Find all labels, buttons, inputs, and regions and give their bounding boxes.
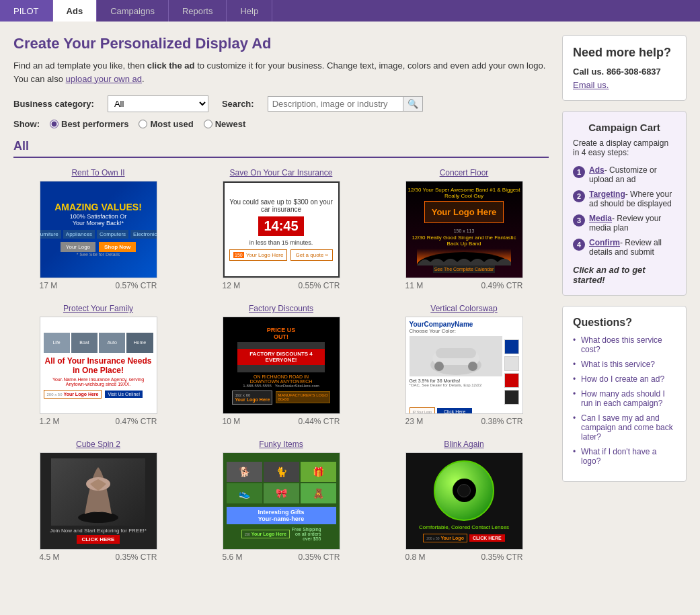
ad-title[interactable]: Protect Your Family xyxy=(63,304,133,313)
show-bar: Show: Best performers Most used Newest xyxy=(13,119,549,129)
ad-card: Protect Your Family Life Boat Auto Home … xyxy=(13,304,183,426)
show-best-option[interactable]: Best performers xyxy=(50,119,128,129)
question-link[interactable]: How do I create an ad? xyxy=(581,374,664,384)
list-item: How do I create an ad? xyxy=(573,374,676,384)
sidebar-email-link[interactable]: Email us. xyxy=(573,80,609,90)
list-item: What if I don't have a logo? xyxy=(573,447,676,466)
search-label: Search: xyxy=(222,99,254,109)
ad-card: Concert Floor 12/30 Your Super Awesome B… xyxy=(379,168,549,290)
question-link[interactable]: How many ads should I run in each campai… xyxy=(581,389,665,408)
question-link[interactable]: What is this service? xyxy=(581,360,655,369)
ad-image[interactable]: Life Boat Auto Home All of Your Insuranc… xyxy=(40,317,157,414)
ad-card: Blink Again Comfortable, Colored Contact… xyxy=(379,440,549,562)
svg-point-4 xyxy=(434,362,444,371)
show-newest-option[interactable]: Newest xyxy=(204,119,246,129)
ad-image[interactable]: Join Now and Start Exploring for FREE!* … xyxy=(40,452,157,550)
search-button[interactable]: 🔍 xyxy=(403,97,422,111)
question-link[interactable]: What if I don't have a logo? xyxy=(581,447,656,466)
top-navigation: PILOT Ads Campaigns Reports Help xyxy=(0,0,700,22)
ad-title[interactable]: Concert Floor xyxy=(440,168,489,177)
sidebar-questions-title: Questions? xyxy=(573,317,676,329)
nav-item-reports[interactable]: Reports xyxy=(169,0,227,22)
ad-image[interactable]: 🐕 🐈 🎁 👟 🎀 🧸 Interesting GiftsYour-name-h… xyxy=(223,452,340,550)
nav-item-help[interactable]: Help xyxy=(227,0,272,22)
svg-rect-3 xyxy=(436,348,476,358)
ad-image[interactable]: YourCompanyName Choose Your Color: Get 3… xyxy=(405,317,523,414)
ad-card: Funky Items 🐕 🐈 🎁 👟 🎀 🧸 Interesting Gift… xyxy=(196,440,366,562)
section-title: All xyxy=(13,139,549,158)
ad-title[interactable]: Cube Spin 2 xyxy=(76,440,120,449)
step-media-link[interactable]: Media xyxy=(589,214,612,223)
ad-stats: 11 M 0.49% CTR xyxy=(405,281,523,290)
ad-stats: 4.5 M 0.35% CTR xyxy=(40,552,157,562)
sidebar-cart-steps: 1 Ads- Customize or upload an ad 2 Targe… xyxy=(573,165,676,257)
show-label: Show: xyxy=(13,119,40,129)
cart-step: 4 Confirm- Review all details and submit xyxy=(573,238,676,257)
search-input[interactable] xyxy=(268,97,403,111)
ad-title[interactable]: Vertical Colorswap xyxy=(430,304,497,313)
ad-stats: 0.8 M 0.35% CTR xyxy=(405,552,523,562)
ad-stats: 10 M 0.44% CTR xyxy=(223,417,340,426)
nav-item-pilot[interactable]: PILOT xyxy=(0,0,53,22)
ad-card: Save On Your Car Insurance You could sav… xyxy=(196,168,366,290)
svg-point-5 xyxy=(468,362,477,371)
ad-title[interactable]: Save On Your Car Insurance xyxy=(230,168,333,177)
show-most-option[interactable]: Most used xyxy=(139,119,193,129)
nav-item-ads[interactable]: Ads xyxy=(53,0,98,22)
svg-point-6 xyxy=(78,512,118,523)
ad-card: Vertical Colorswap YourCompanyName Choos… xyxy=(379,304,549,426)
ad-stats: 17 M 0.57% CTR xyxy=(40,281,157,290)
list-item: How many ads should I run in each campai… xyxy=(573,389,676,408)
step-targeting-link[interactable]: Targeting xyxy=(589,190,625,199)
cart-step: 3 Media- Review your media plan xyxy=(573,214,676,233)
ad-image[interactable]: Comfortable, Colored Contact Lenses 200 … xyxy=(405,452,523,550)
step-confirm-link[interactable]: Confirm xyxy=(589,238,620,247)
question-link[interactable]: What does this service cost? xyxy=(581,335,662,354)
sidebar-help-title: Need more help? xyxy=(573,46,676,60)
ad-title[interactable]: Funky Items xyxy=(259,440,303,449)
sidebar-questions-list: What does this service cost? What is thi… xyxy=(573,335,676,466)
sidebar-cart-title: Campaign Cart xyxy=(573,122,676,133)
cart-step: 2 Targeting- Where your ad should be dis… xyxy=(573,190,676,208)
ad-card: Cube Spin 2 Join Now and Start Exploring… xyxy=(13,440,183,562)
category-select[interactable]: All Automotive Finance Entertainment xyxy=(108,95,208,112)
sidebar-phone: Call us. 866-308-6837 xyxy=(573,67,676,77)
upload-link[interactable]: upload your own ad xyxy=(66,74,142,84)
list-item: What is this service? xyxy=(573,360,676,369)
ad-title[interactable]: Rent To Own II xyxy=(71,168,124,177)
list-item: Can I save my ad and campaign and come b… xyxy=(573,413,676,442)
sidebar-questions-panel: Questions? What does this service cost? … xyxy=(562,306,687,482)
filter-bar: Business category: All Automotive Financ… xyxy=(13,95,549,112)
ad-image[interactable]: You could save up to $300 on your car in… xyxy=(223,181,340,278)
ad-title[interactable]: Factory Discounts xyxy=(249,304,313,313)
ad-image[interactable]: AMAZING VALUES! 100% Satisfaction Or You… xyxy=(40,181,157,278)
sidebar-cart-cta: Click an ad to get started! xyxy=(573,265,676,285)
ad-stats: 1.2 M 0.47% CTR xyxy=(40,417,157,426)
ad-image[interactable]: PRICE US OUT! FACTORY DISCOUNTS 4 EVERYO… xyxy=(223,317,340,414)
ad-image[interactable]: 12/30 Your Super Awesome Band #1 & Bigge… xyxy=(405,181,523,278)
question-link[interactable]: Can I save my ad and campaign and come b… xyxy=(581,413,673,442)
ad-card: Rent To Own II AMAZING VALUES! 100% Sati… xyxy=(13,168,183,290)
cart-step: 1 Ads- Customize or upload an ad xyxy=(573,165,676,184)
category-label: Business category: xyxy=(13,99,94,109)
sidebar-help-panel: Need more help? Call us. 866-308-6837 Em… xyxy=(562,35,687,101)
sidebar-email: Email us. xyxy=(573,80,676,90)
ad-card: Factory Discounts PRICE US OUT! FACTORY … xyxy=(196,304,366,426)
ad-stats: 23 M 0.38% CTR xyxy=(405,417,523,426)
ad-stats: 12 M 0.55% CTR xyxy=(223,281,340,290)
page-title: Create Your Personalized Display Ad xyxy=(13,35,549,52)
sidebar-cart-intro: Create a display campaign in 4 easy step… xyxy=(573,138,676,157)
ad-title[interactable]: Blink Again xyxy=(444,440,483,449)
ad-stats: 5.6 M 0.35% CTR xyxy=(223,552,340,562)
list-item: What does this service cost? xyxy=(573,335,676,354)
search-container: 🔍 xyxy=(268,96,423,112)
sidebar-cart-panel: Campaign Cart Create a display campaign … xyxy=(562,111,687,296)
page-intro: Find an ad template you like, then click… xyxy=(13,59,549,85)
nav-item-campaigns[interactable]: Campaigns xyxy=(97,0,169,22)
step-ads-link[interactable]: Ads xyxy=(589,165,605,175)
ad-grid: Rent To Own II AMAZING VALUES! 100% Sati… xyxy=(13,168,549,562)
